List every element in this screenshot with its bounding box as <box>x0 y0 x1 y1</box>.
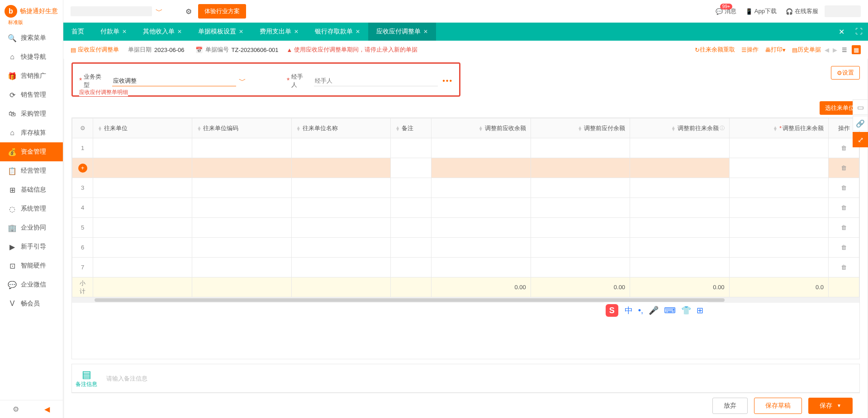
ime-toolbar[interactable]: S 中 •, 🎤 ⌨ 👕 ⊞ <box>602 302 710 319</box>
avatar[interactable] <box>825 5 861 17</box>
ime-punct-icon[interactable]: •, <box>638 306 643 315</box>
col-bal-before[interactable]: ▲▼调整前往来余额ⓘ <box>630 118 729 138</box>
table-row[interactable]: 1🗑 <box>72 138 859 158</box>
col-code[interactable]: ▲▼往来单位编码 <box>192 118 291 138</box>
delete-icon[interactable]: 🗑 <box>841 244 847 251</box>
more-icon[interactable]: ••• <box>442 77 453 85</box>
org-selector[interactable]: ﹀ <box>71 6 179 16</box>
sidebar-item-7[interactable]: 📋经营管理 <box>0 161 63 180</box>
table-row[interactable]: 4🗑 <box>72 198 859 218</box>
close-icon[interactable]: ✕ <box>356 28 360 35</box>
history-button[interactable]: ▤ 历史单据 <box>792 46 821 54</box>
chevron-down-icon[interactable]: ﹀ <box>156 7 163 16</box>
delete-icon[interactable]: 🗑 <box>841 224 847 231</box>
operate-button[interactable]: ☰ 操作 <box>741 46 759 54</box>
sidebar-item-14[interactable]: V畅会员 <box>0 294 63 313</box>
tab-3[interactable]: 单据模板设置✕ <box>190 23 251 41</box>
close-icon[interactable]: ✕ <box>239 28 243 35</box>
sidebar-settings-icon[interactable]: ⚙ <box>0 400 32 418</box>
delete-icon[interactable]: 🗑 <box>841 204 847 211</box>
messages-button[interactable]: 99+ 💬 消息 <box>716 7 736 15</box>
logo-text: 畅捷通好生意 <box>20 7 58 15</box>
close-icon[interactable]: ✕ <box>122 28 127 35</box>
sidebar-item-10[interactable]: 🏢企业协同 <box>0 218 63 237</box>
print-button[interactable]: 🖶 打印 ▾ <box>765 46 786 54</box>
col-bal-after[interactable]: ▲▼*调整后往来余额 <box>729 118 828 138</box>
tab-2[interactable]: 其他收入单✕ <box>135 23 190 41</box>
close-icon[interactable]: ✕ <box>177 28 182 35</box>
sidebar-item-9[interactable]: ◌系统管理 <box>0 199 63 218</box>
sidebar-item-2[interactable]: 🎁营销推广 <box>0 66 63 85</box>
add-row-icon[interactable]: + <box>78 164 87 173</box>
table-row[interactable]: 7🗑 <box>72 258 859 277</box>
tab-5[interactable]: 银行存取款单✕ <box>307 23 368 41</box>
remark-input[interactable] <box>101 375 859 382</box>
chevron-down-icon[interactable]: ﹀ <box>239 76 246 86</box>
chevron-down-icon[interactable]: ▼ <box>837 403 841 408</box>
tab-0[interactable]: 首页 <box>63 23 92 41</box>
ime-tool-icon[interactable]: ⊞ <box>697 305 703 315</box>
nav-next-icon[interactable]: ▶ <box>833 47 837 53</box>
delete-icon[interactable]: 🗑 <box>841 184 847 191</box>
save-button[interactable]: 保存▼ <box>808 398 853 414</box>
handler-input[interactable] <box>314 75 438 86</box>
sidebar-item-6[interactable]: 💰资金管理 <box>0 142 63 161</box>
view-grid-icon[interactable]: ▦ <box>852 45 861 54</box>
ime-skin-icon[interactable]: 👕 <box>681 305 691 315</box>
customer-service-button[interactable]: 🎧 在线客服 <box>786 7 818 15</box>
view-list-icon[interactable]: ☰ <box>840 45 849 54</box>
delete-icon[interactable]: 🗑 <box>841 145 847 151</box>
horizontal-scrollbar[interactable] <box>72 297 859 303</box>
col-gear[interactable]: ⚙ <box>72 118 93 138</box>
float-attach-icon[interactable]: 🔗 <box>853 116 868 131</box>
calendar-icon[interactable]: 📅 <box>195 47 203 53</box>
sidebar-item-13[interactable]: 💬企业微信 <box>0 275 63 294</box>
tab-close-all-icon[interactable]: ✕ <box>833 28 850 36</box>
date-value[interactable]: 2023-06-06 <box>154 47 185 53</box>
sidebar-collapse-icon[interactable]: ◀ <box>32 400 63 418</box>
col-pay-before[interactable]: ▲▼调整前应付余额 <box>531 118 630 138</box>
biz-type-input[interactable] <box>112 75 236 86</box>
sidebar-item-1[interactable]: ⌂快捷导航 <box>0 47 63 66</box>
ime-keyboard-icon[interactable]: ⌨ <box>664 305 676 315</box>
tab-4[interactable]: 费用支出单✕ <box>251 23 307 41</box>
ime-mic-icon[interactable]: 🎤 <box>649 305 659 315</box>
sidebar-item-8[interactable]: ⊞基础信息 <box>0 180 63 199</box>
sidebar-item-0[interactable]: 🔍搜索菜单 <box>0 28 63 47</box>
table-row[interactable]: 3🗑 <box>72 178 859 198</box>
delete-icon[interactable]: 🗑 <box>841 264 847 271</box>
nav-prev-icon[interactable]: ◀ <box>825 47 829 53</box>
gear-icon[interactable]: ⚙ <box>185 7 192 16</box>
sidebar-item-4[interactable]: 🛍采购管理 <box>0 104 63 123</box>
col-name[interactable]: ▲▼往来单位名称 <box>291 118 390 138</box>
discard-button[interactable]: 放弃 <box>712 398 748 414</box>
float-note-icon[interactable]: ▭ <box>853 99 868 115</box>
table-row[interactable]: +🗑 <box>72 158 859 178</box>
biz-type-label: 业务类型 <box>84 73 107 89</box>
trial-button[interactable]: 体验行业方案 <box>198 4 246 19</box>
tab-6[interactable]: 应收应付调整单✕ <box>368 23 436 41</box>
sidebar-item-3[interactable]: ⟳销售管理 <box>0 85 63 104</box>
app-download-button[interactable]: 📱 App下载 <box>745 7 777 15</box>
close-icon[interactable]: ✕ <box>294 28 299 35</box>
ime-lang[interactable]: 中 <box>625 305 633 316</box>
table-row[interactable]: 6🗑 <box>72 238 859 258</box>
delete-icon[interactable]: 🗑 <box>841 164 847 171</box>
reset-balance-button[interactable]: ↻ 往来余额重取 <box>695 46 735 54</box>
col-unit[interactable]: ▲▼往来单位 <box>93 118 192 138</box>
col-recv-before[interactable]: ▲▼调整前应收余额 <box>432 118 531 138</box>
nav-icon: V <box>8 300 16 308</box>
sidebar-item-11[interactable]: ▶新手引导 <box>0 237 63 256</box>
sidebar-item-5[interactable]: ⌂库存核算 <box>0 123 63 142</box>
toolbar: ▤ 应收应付调整单 单据日期 2023-06-06 📅 单据编号 TZ-2023… <box>63 41 868 59</box>
info-icon[interactable]: ⓘ <box>720 125 725 132</box>
close-icon[interactable]: ✕ <box>423 28 428 35</box>
float-expand-icon[interactable]: ⤢ <box>853 132 868 147</box>
sidebar-item-12[interactable]: ⊡智能硬件 <box>0 256 63 275</box>
tab-expand-icon[interactable]: ⛶ <box>850 28 868 36</box>
save-draft-button[interactable]: 保存草稿 <box>754 398 802 414</box>
table-row[interactable]: 5🗑 <box>72 218 859 238</box>
tab-1[interactable]: 付款单✕ <box>92 23 135 41</box>
col-remark[interactable]: ▲▼备注 <box>391 118 432 138</box>
settings-button[interactable]: ⚙ 设置 <box>831 66 860 80</box>
